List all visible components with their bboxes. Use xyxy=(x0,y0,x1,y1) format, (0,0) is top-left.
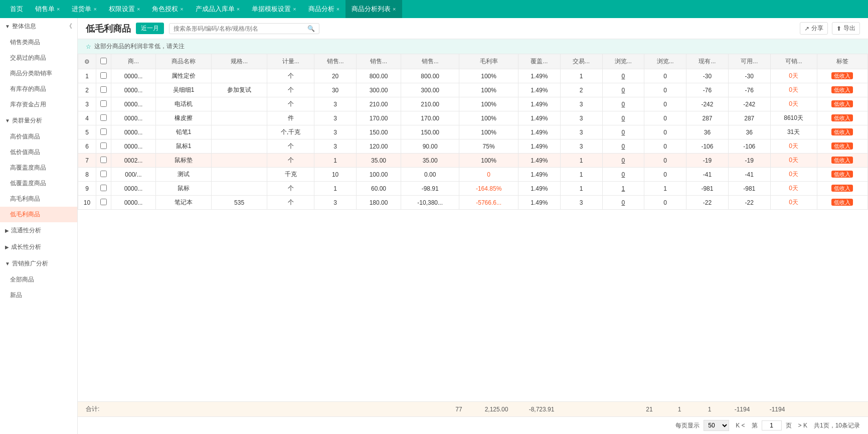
row-select-5[interactable] xyxy=(100,142,107,149)
row-view1-6[interactable]: 0 xyxy=(602,154,644,168)
col-settings[interactable]: ⚙ xyxy=(78,54,96,69)
sidebar-item-high-coverage[interactable]: 高覆盖度商品 xyxy=(0,160,77,176)
row-checkbox-3[interactable] xyxy=(96,111,111,125)
collapse-sidebar-icon[interactable]: 《 xyxy=(66,22,72,31)
sidebar-item-new-goods[interactable]: 新品 xyxy=(0,287,77,303)
col-sales-qty[interactable]: 销售... xyxy=(314,54,357,69)
row-current-1: -76 xyxy=(686,83,729,97)
col-coverage[interactable]: 覆盖... xyxy=(518,54,560,69)
row-coverage-3: 1.49% xyxy=(518,111,560,125)
close-role-icon[interactable]: × xyxy=(180,6,183,12)
close-sales-icon[interactable]: × xyxy=(57,6,60,12)
sidebar-item-low-coverage[interactable]: 低覆盖度商品 xyxy=(0,176,77,191)
search-input[interactable] xyxy=(173,25,307,32)
row-checkbox-8[interactable] xyxy=(96,182,111,196)
row-view1-7[interactable]: 0 xyxy=(602,168,644,182)
nav-permissions[interactable]: 权限设置 × xyxy=(103,0,146,18)
sidebar-item-low-value[interactable]: 低价值商品 xyxy=(0,144,77,160)
sidebar-item-capital[interactable]: 库存资金占用 xyxy=(0,97,77,112)
nav-home[interactable]: 首页 xyxy=(4,0,29,18)
row-gross-rate-0: 100% xyxy=(459,69,518,83)
select-all-checkbox[interactable] xyxy=(100,58,107,64)
per-page-select[interactable]: 50 100 200 xyxy=(704,420,729,431)
sidebar-group-marketing[interactable]: ▼ 营销推广分析 xyxy=(0,255,77,272)
nav-product-analysis[interactable]: 商品分析 × xyxy=(302,0,345,18)
row-checkbox-2[interactable] xyxy=(96,97,111,111)
col-current[interactable]: 现有... xyxy=(686,54,729,69)
row-checkbox-7[interactable] xyxy=(96,168,111,182)
row-checkbox-6[interactable] xyxy=(96,154,111,168)
col-code[interactable]: 商... xyxy=(111,54,156,69)
row-select-3[interactable] xyxy=(100,114,107,121)
sidebar-group-growth[interactable]: ▶ 成长性分析 xyxy=(0,239,77,255)
row-checkbox-9[interactable] xyxy=(96,196,111,210)
sidebar-group-flow[interactable]: ▶ 流通性分析 xyxy=(0,222,77,239)
sidebar-item-sales-goods[interactable]: 销售类商品 xyxy=(0,35,77,50)
row-select-6[interactable] xyxy=(100,157,107,163)
row-select-2[interactable] xyxy=(100,100,107,107)
per-page-label: 每页显示 xyxy=(675,421,700,430)
col-spec[interactable]: 规格... xyxy=(212,54,267,69)
col-saleable[interactable]: 可销... xyxy=(770,54,817,69)
row-view1-5[interactable]: 0 xyxy=(602,139,644,154)
row-checkbox-1[interactable] xyxy=(96,83,111,97)
nav-purchase[interactable]: 进货单 × xyxy=(66,0,102,18)
row-select-9[interactable] xyxy=(100,199,107,205)
page-input[interactable] xyxy=(762,420,782,430)
col-name[interactable]: 商品名称 xyxy=(156,54,212,69)
col-tag[interactable]: 标签 xyxy=(817,54,867,69)
export-button[interactable]: ⬆ 导出 xyxy=(832,22,860,35)
table-wrapper[interactable]: ⚙ 商... 商品名称 规格... 计量... 销售... 销售... 销售..… xyxy=(78,54,868,401)
share-button[interactable]: ↗ 分享 xyxy=(800,22,828,35)
row-view1-8[interactable]: 1 xyxy=(602,182,644,196)
row-view1-0[interactable]: 0 xyxy=(602,69,644,83)
prev-page-btn[interactable]: K < xyxy=(733,421,747,430)
row-view1-3[interactable]: 0 xyxy=(602,111,644,125)
nav-product-entry[interactable]: 产成品入库单 × xyxy=(190,0,246,18)
row-select-1[interactable] xyxy=(100,86,107,93)
row-checkbox-0[interactable] xyxy=(96,69,111,83)
col-view1[interactable]: 浏览... xyxy=(602,54,644,69)
sidebar-item-high-value[interactable]: 高价值商品 xyxy=(0,129,77,144)
close-analysis-list-icon[interactable]: × xyxy=(393,6,396,12)
sidebar-item-high-margin[interactable]: 高毛利商品 xyxy=(0,191,77,207)
col-available[interactable]: 可用... xyxy=(728,54,770,69)
close-product-entry-icon[interactable]: × xyxy=(237,6,240,12)
row-select-8[interactable] xyxy=(100,185,107,191)
col-sales-price[interactable]: 销售... xyxy=(357,54,401,69)
col-gross-rate[interactable]: 毛利率 xyxy=(459,54,518,69)
nav-sales[interactable]: 销售单 × xyxy=(29,0,66,18)
next-page-btn[interactable]: > K xyxy=(796,421,810,430)
search-icon[interactable]: 🔍 xyxy=(307,25,315,32)
row-view1-1[interactable]: 0 xyxy=(602,83,644,97)
close-template-icon[interactable]: × xyxy=(293,6,296,12)
row-select-0[interactable] xyxy=(100,72,107,79)
col-unit[interactable]: 计量... xyxy=(267,54,314,69)
search-box[interactable]: 🔍 xyxy=(169,23,319,34)
sidebar-item-all-goods[interactable]: 全部商品 xyxy=(0,272,77,287)
row-select-7[interactable] xyxy=(100,171,107,177)
row-view1-2[interactable]: 0 xyxy=(602,97,644,111)
row-select-4[interactable] xyxy=(100,128,107,135)
col-sales-amount[interactable]: 销售... xyxy=(401,54,459,69)
row-checkbox-4[interactable] xyxy=(96,125,111,139)
sidebar-group-overall[interactable]: ▼ 整体信息 《 xyxy=(0,18,77,35)
col-view2[interactable]: 浏览... xyxy=(644,54,686,69)
row-view1-4[interactable]: 0 xyxy=(602,125,644,139)
close-purchase-icon[interactable]: × xyxy=(93,6,96,12)
nav-role[interactable]: 角色授权 × xyxy=(146,0,189,18)
row-view1-9[interactable]: 0 xyxy=(602,196,644,210)
sidebar-item-stocked-goods[interactable]: 有库存的商品 xyxy=(0,81,77,97)
col-checkbox[interactable] xyxy=(96,54,111,69)
time-filter-button[interactable]: 近一月 xyxy=(136,23,164,34)
nav-template[interactable]: 单据模板设置 × xyxy=(246,0,302,18)
close-permissions-icon[interactable]: × xyxy=(137,6,140,12)
sidebar-group-cluster[interactable]: ▼ 类群量分析 xyxy=(0,112,77,129)
sidebar-item-low-margin[interactable]: 低毛利商品 xyxy=(0,207,77,222)
close-analysis-icon[interactable]: × xyxy=(336,6,339,12)
col-trade[interactable]: 交易... xyxy=(560,54,602,69)
row-checkbox-5[interactable] xyxy=(96,139,111,154)
sidebar-item-category-rate[interactable]: 商品分类助销率 xyxy=(0,66,77,81)
nav-analysis-list[interactable]: 商品分析列表 × xyxy=(345,0,402,18)
sidebar-item-traded-goods[interactable]: 交易过的商品 xyxy=(0,50,77,66)
